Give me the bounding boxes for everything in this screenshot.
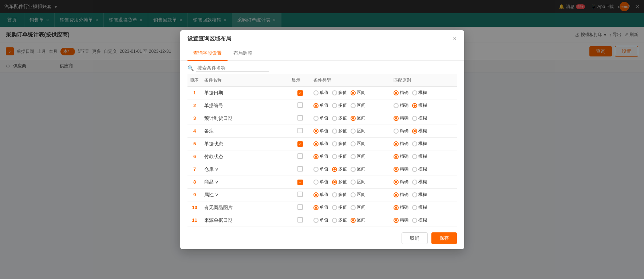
modal-overlay: 设置查询区域布局 × 查询字段设置 布局调整 🔍 顺序 条件名称 bbox=[0, 0, 644, 72]
settings-dialog: 设置查询区域布局 × 查询字段设置 布局调整 🔍 顺序 条件名称 bbox=[180, 30, 464, 73]
dialog-header: 设置查询区域布局 × bbox=[180, 30, 464, 46]
dialog-close-button[interactable]: × bbox=[453, 35, 457, 42]
tab-query-fields[interactable]: 查询字段设置 bbox=[187, 46, 228, 61]
tab-layout-adjust[interactable]: 布局调整 bbox=[228, 46, 258, 61]
search-icon: 🔍 bbox=[187, 65, 194, 71]
dialog-tabs: 查询字段设置 布局调整 bbox=[180, 46, 464, 61]
dialog-title: 设置查询区域布局 bbox=[187, 35, 231, 42]
condition-search-input[interactable] bbox=[196, 64, 269, 72]
